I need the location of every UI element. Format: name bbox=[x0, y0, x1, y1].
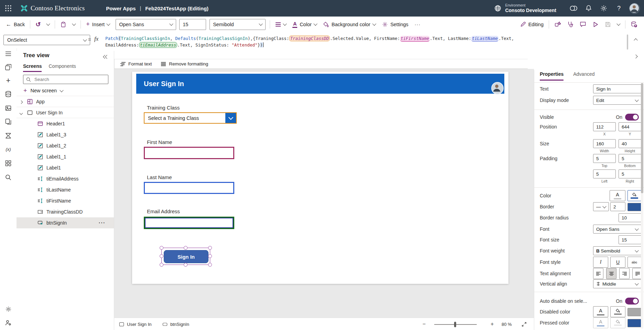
tree-item-user-sign-in-screen[interactable]: User Sign In bbox=[17, 107, 114, 118]
tree-item-Label1_2[interactable]: Label1_2 bbox=[17, 140, 114, 151]
visible-toggle[interactable] bbox=[625, 114, 639, 121]
disabled-font-color-button[interactable]: A bbox=[593, 306, 608, 317]
app-screen-canvas[interactable]: User Sign In Training Class Select a Tra… bbox=[132, 72, 508, 284]
tab-advanced[interactable]: Advanced bbox=[573, 71, 594, 81]
editing-mode-button[interactable]: Editing bbox=[517, 19, 547, 30]
formula-line2[interactable]: EmailAddress:tiEmailAddress.Text, SignIn… bbox=[105, 42, 264, 48]
fit-to-screen-icon[interactable] bbox=[522, 318, 527, 330]
undo-menu-chevron[interactable] bbox=[44, 19, 53, 30]
share-button[interactable] bbox=[551, 19, 564, 30]
strikethrough-button[interactable]: abc bbox=[627, 257, 641, 268]
vertical-align-dropdown[interactable]: Middle bbox=[593, 279, 641, 288]
auto-disable-toggle[interactable] bbox=[625, 298, 639, 305]
rail-tree-view-icon[interactable] bbox=[4, 63, 12, 71]
sign-in-button[interactable]: Sign In bbox=[164, 250, 208, 263]
product-name[interactable]: Power Apps bbox=[106, 6, 136, 11]
property-selector-dropdown[interactable]: OnSelect bbox=[3, 35, 90, 45]
rail-media-icon[interactable] bbox=[4, 104, 12, 112]
size-height-input[interactable]: 40 bbox=[619, 139, 641, 148]
back-button[interactable]: ← Back bbox=[3, 19, 28, 30]
padding-top-input[interactable]: 5 bbox=[593, 154, 616, 163]
font-dropdown[interactable]: Open Sans bbox=[593, 225, 641, 234]
border-radius-input[interactable]: 10 bbox=[619, 213, 641, 222]
copilot-icon[interactable] bbox=[566, 0, 581, 17]
format-text-button[interactable]: Format text bbox=[120, 61, 152, 66]
resize-handle-sw[interactable] bbox=[160, 263, 163, 267]
settings-gear-icon[interactable] bbox=[596, 0, 611, 17]
font-color-button[interactable]: A Color bbox=[289, 19, 320, 30]
rail-insert-icon[interactable]: + bbox=[4, 76, 12, 85]
comments-button[interactable] bbox=[577, 19, 589, 30]
padding-right-input[interactable]: 5 bbox=[619, 169, 641, 178]
tab-properties[interactable]: Properties bbox=[540, 71, 564, 81]
collapse-tree-icon[interactable] bbox=[104, 54, 108, 59]
new-screen-button[interactable]: + New screen bbox=[23, 87, 63, 94]
tree-item-tiFirstName[interactable]: tiFirstName bbox=[17, 195, 114, 206]
fill-color-button[interactable] bbox=[627, 190, 641, 201]
text-property-input[interactable]: Sign In bbox=[593, 84, 641, 93]
help-icon[interactable]: ? bbox=[611, 0, 626, 17]
border-weight-input[interactable]: 2 bbox=[610, 202, 625, 211]
underline-button[interactable]: U bbox=[610, 257, 625, 268]
size-width-input[interactable]: 160 bbox=[593, 139, 616, 148]
background-color-button[interactable]: Background color bbox=[320, 19, 379, 30]
padding-left-input[interactable]: 5 bbox=[593, 169, 616, 178]
insert-button[interactable]: + Insert bbox=[83, 19, 113, 30]
rail-variables-icon[interactable]: (x) bbox=[4, 145, 12, 153]
undo-button[interactable]: ↺ bbox=[32, 19, 44, 30]
training-class-dropdown[interactable]: Select a Training Class bbox=[144, 112, 237, 124]
app-checker-icon[interactable] bbox=[564, 19, 577, 30]
properties-scrollbar[interactable] bbox=[641, 83, 643, 329]
tree-item-app[interactable]: App bbox=[17, 96, 114, 107]
chevron-right-icon[interactable] bbox=[20, 99, 23, 104]
formula-scrollbar[interactable] bbox=[627, 34, 628, 50]
screen-header[interactable]: User Sign In bbox=[136, 74, 504, 94]
zoom-percentage[interactable]: 80 % bbox=[502, 318, 512, 330]
waffle-menu-icon[interactable] bbox=[0, 0, 17, 17]
tree-item-TrainingClassDD[interactable]: TrainingClassDD bbox=[17, 206, 114, 217]
padding-bottom-input[interactable]: 5 bbox=[619, 154, 641, 163]
tree-search-box[interactable] bbox=[23, 75, 108, 84]
display-mode-dropdown[interactable]: Edit bbox=[593, 96, 641, 105]
search-input[interactable] bbox=[34, 76, 105, 82]
save-button[interactable] bbox=[602, 19, 614, 30]
header-avatar[interactable] bbox=[491, 82, 504, 94]
item-more-button[interactable]: ··· bbox=[99, 220, 106, 226]
rail-admin-icon[interactable] bbox=[4, 319, 12, 327]
dropdown-chevron-icon[interactable] bbox=[225, 113, 236, 123]
rail-search-icon[interactable] bbox=[4, 173, 12, 182]
disabled-color-swatch[interactable] bbox=[627, 308, 642, 316]
rail-menu-icon[interactable] bbox=[4, 50, 12, 58]
text-alignment-menu[interactable] bbox=[272, 19, 289, 30]
tree-item-Label1_1[interactable]: Label1_1 bbox=[17, 151, 114, 162]
disabled-fill-color-button[interactable] bbox=[610, 306, 625, 317]
font-size-input[interactable]: 15 bbox=[179, 19, 206, 30]
tree-item-btnSignIn[interactable]: btnSignIn··· bbox=[17, 217, 114, 228]
last-name-input[interactable] bbox=[144, 182, 234, 194]
publish-button[interactable] bbox=[627, 19, 641, 30]
resize-handle-n[interactable] bbox=[184, 246, 187, 250]
tab-components[interactable]: Components bbox=[49, 63, 76, 72]
environment-picker[interactable]: Environment Consoto Development bbox=[494, 3, 556, 14]
tree-item-Header1[interactable]: Header1 bbox=[17, 118, 114, 129]
align-left-button[interactable] bbox=[593, 268, 603, 279]
resize-handle-w[interactable] bbox=[160, 254, 163, 258]
first-name-input[interactable] bbox=[144, 147, 234, 159]
resize-handle-se[interactable] bbox=[208, 263, 212, 267]
preview-play-button[interactable] bbox=[589, 19, 602, 30]
border-color-swatch[interactable] bbox=[627, 203, 642, 211]
border-style-dropdown[interactable]: — bbox=[593, 202, 609, 211]
rail-screens-icon[interactable] bbox=[4, 117, 12, 126]
rail-data-icon[interactable] bbox=[4, 90, 12, 98]
paste-menu-chevron[interactable] bbox=[69, 19, 78, 30]
resize-handle-e[interactable] bbox=[208, 254, 212, 258]
zoom-slider-handle[interactable] bbox=[454, 322, 456, 327]
resize-handle-s[interactable] bbox=[184, 263, 187, 267]
resize-handle-ne[interactable] bbox=[208, 246, 212, 250]
tree-item-tiEmailAddress[interactable]: tiEmailAddress bbox=[17, 173, 114, 184]
pressed-color-swatch[interactable] bbox=[627, 319, 642, 327]
email-address-input[interactable] bbox=[144, 217, 234, 229]
font-color-button[interactable]: A bbox=[610, 190, 625, 201]
font-family-dropdown[interactable]: Open Sans bbox=[116, 19, 176, 30]
remove-formatting-button[interactable]: Remove formatting bbox=[161, 61, 208, 66]
